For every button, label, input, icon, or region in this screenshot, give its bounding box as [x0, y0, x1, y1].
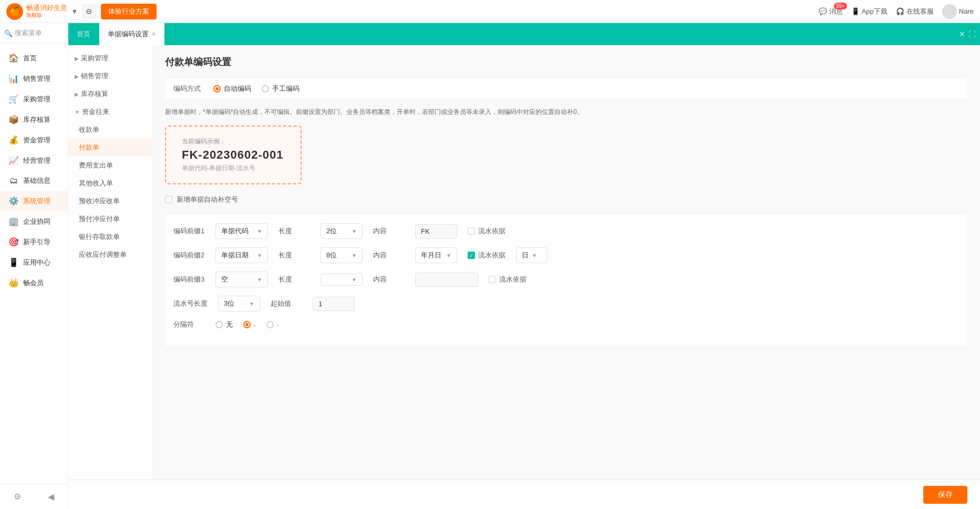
main-panel: 付款单编码设置 编码方式 自动编码 手工编码 — [152, 45, 980, 480]
prefix2-length-select[interactable]: 8位 ▼ — [321, 247, 363, 263]
close-window-icon[interactable]: ✕ — [959, 30, 965, 38]
apps-icon: 📱 — [8, 257, 19, 267]
auto-fill-checkbox[interactable] — [165, 196, 172, 203]
avatar — [942, 4, 957, 19]
prefix2-day-dropdown-icon: ▼ — [532, 253, 537, 258]
encoding-method-label: 编码方式 — [173, 84, 201, 94]
sub-menu-purchase-header[interactable]: ▶ 采购管理 — [68, 49, 152, 67]
user-name: Nare — [959, 7, 974, 15]
settings-gear-icon[interactable]: ⚙ — [82, 4, 97, 19]
dropdown-arrow-icon[interactable]: ▼ — [71, 8, 78, 15]
sep-none-radio[interactable]: 无 — [215, 320, 233, 329]
sidebar-item-purchase-label: 采购管理 — [23, 95, 50, 104]
prefix3-content-input[interactable] — [415, 273, 478, 287]
sub-menu-item-payment[interactable]: 付款单 — [68, 139, 152, 157]
auto-encode-radio[interactable]: 自动编码 — [213, 84, 251, 94]
sub-menu-item-prepay-receive[interactable]: 预收冲应收单 — [68, 192, 152, 210]
sidebar-search[interactable]: 🔍 搜索菜单 — [0, 23, 68, 44]
sub-menu-capital-header[interactable]: ▼ 资金往来 — [68, 103, 152, 121]
settings-bottom-icon[interactable]: ⚙ — [11, 489, 24, 505]
sidebar-item-operation[interactable]: 📈 经营管理 — [0, 150, 68, 171]
start-value-input[interactable] — [313, 297, 355, 311]
message-item[interactable]: 💬 消息 99+ — [819, 7, 843, 16]
sidebar-item-finance[interactable]: 💰 资金管理 — [0, 130, 68, 150]
sub-menu-item-expense[interactable]: 费用支出单 — [68, 157, 152, 174]
sidebar-item-basic-label: 基础信息 — [23, 176, 50, 185]
sep-dash-label: · — [277, 321, 279, 329]
user-avatar-item[interactable]: Nare — [942, 4, 974, 19]
tab-serial-close-icon[interactable]: × — [152, 30, 156, 38]
sidebar-item-member[interactable]: 👑 畅会员 — [0, 273, 68, 293]
sub-menu-item-receipt[interactable]: 收款单 — [68, 121, 152, 139]
prefix1-length-dropdown-icon: ▼ — [352, 228, 357, 234]
sub-menu-inventory-header[interactable]: ▶ 库存核算 — [68, 85, 152, 103]
tab-serial-label: 单据编码设置 — [108, 29, 149, 39]
content-area: ▶ 采购管理 ▶ 销售管理 ▶ 库存核算 — [68, 45, 980, 480]
member-icon: 👑 — [8, 278, 19, 288]
sidebar-item-inventory[interactable]: 📦 库存核算 — [0, 109, 68, 130]
sidebar-item-basic[interactable]: 🗂 基础信息 — [0, 171, 68, 191]
prefix2-label: 编码前缀2 — [173, 251, 205, 260]
sub-menu-item-ar-ap-adjust[interactable]: 应收应付调整单 — [68, 246, 152, 264]
online-service-item[interactable]: 🎧 在线客服 — [896, 7, 934, 16]
sidebar-item-sales[interactable]: 📊 销售管理 — [0, 68, 68, 89]
capital-arrow-icon: ▼ — [75, 109, 80, 115]
sub-menu-sales-header[interactable]: ▶ 销售管理 — [68, 67, 152, 85]
search-menu-inner[interactable]: 🔍 搜索菜单 — [4, 28, 64, 38]
prefix1-serial-checkbox[interactable] — [468, 227, 475, 235]
top-bar-controls: ▼ ⚙ 体验行业方案 — [71, 4, 157, 19]
serial-length-select[interactable]: 3位 ▼ — [218, 296, 260, 311]
prefix2-select[interactable]: 单据日期 ▼ — [215, 247, 268, 263]
finance-icon: 💰 — [8, 135, 19, 145]
collapse-icon[interactable]: ◀ — [45, 489, 57, 505]
sep-dash-radio[interactable]: · — [266, 321, 279, 329]
sidebar-item-apps[interactable]: 📱 应用中心 — [0, 252, 68, 273]
manual-encode-label: 手工编码 — [272, 84, 300, 94]
prefix2-day-select[interactable]: 日 ▼ — [516, 247, 548, 263]
sep-none-circle — [215, 321, 223, 328]
trial-button[interactable]: 体验行业方案 — [101, 4, 157, 19]
prefix1-length-select[interactable]: 2位 ▼ — [321, 223, 363, 239]
sidebar-item-purchase[interactable]: 🛒 采购管理 — [0, 89, 68, 109]
prefix2-content-select[interactable]: 年月日 ▼ — [415, 247, 457, 263]
right-panel: 首页 单据编码设置 × ✕ ⛶ ▶ 采购管理 — [68, 23, 980, 509]
tab-home[interactable]: 首页 — [68, 23, 99, 45]
sub-menu-sales-label: 销售管理 — [81, 71, 108, 81]
sub-menu-item-income[interactable]: 其他收入单 — [68, 174, 152, 192]
auto-encode-circle — [213, 85, 221, 92]
sidebar-item-system[interactable]: ⚙️ 系统管理 — [0, 191, 68, 211]
sep-dot-radio[interactable]: · — [243, 321, 256, 329]
prefix3-length-select[interactable]: ▼ — [321, 274, 363, 286]
sub-menu-item-bank-deposit[interactable]: 银行存取款单 — [68, 228, 152, 246]
sub-menu-item-prepay-pay[interactable]: 预付冲应付单 — [68, 210, 152, 228]
tab-serial[interactable]: 单据编码设置 × — [99, 23, 164, 45]
app-download-label: App下载 — [862, 7, 888, 16]
logo-text: 畅通消好生意 — [26, 4, 67, 12]
sales-arrow-icon: ▶ — [75, 74, 79, 79]
sidebar-item-newbie[interactable]: 🎯 新手引导 — [0, 232, 68, 252]
prefix2-serial-checkbox[interactable]: ✓ — [468, 252, 475, 259]
sidebar: 🔍 搜索菜单 🏠 首页 📊 销售管理 🛒 采购管理 📦 库存核算 💰 — [0, 23, 68, 509]
prefix3-select[interactable]: 空 ▼ — [215, 272, 268, 287]
prefix2-content-label: 内容 — [373, 251, 405, 260]
maximize-icon[interactable]: ⛶ — [968, 30, 976, 38]
sub-menu-group-inventory: ▶ 库存核算 — [68, 85, 152, 103]
prefix3-serial-checkbox[interactable] — [489, 276, 496, 283]
search-menu-label: 搜索菜单 — [15, 28, 42, 38]
prefix3-serial-row: 流水依据 — [489, 275, 527, 284]
prefix1-serial-row: 流水依据 — [468, 226, 506, 236]
sidebar-item-enterprise[interactable]: 🏢 企业协同 — [0, 211, 68, 232]
manual-encode-radio[interactable]: 手工编码 — [262, 84, 300, 94]
preview-code: FK-20230602-001 — [182, 148, 285, 162]
prefix1-select[interactable]: 单据代码 ▼ — [215, 223, 268, 239]
prefix1-content-input[interactable] — [415, 224, 457, 238]
sidebar-item-home[interactable]: 🏠 首页 — [0, 48, 68, 68]
enterprise-icon: 🏢 — [8, 216, 19, 226]
search-icon: 🔍 — [4, 29, 13, 37]
save-button[interactable]: 保存 — [923, 486, 967, 504]
sidebar-item-home-label: 首页 — [23, 54, 37, 63]
online-service-label: 在线客服 — [906, 7, 934, 16]
prefix2-serial-row: ✓ 流水依据 — [468, 251, 506, 260]
app-download-item[interactable]: 📱 App下载 — [851, 7, 888, 16]
logo-area: 🍊 畅通消好生意 旗舰版 — [6, 3, 67, 20]
